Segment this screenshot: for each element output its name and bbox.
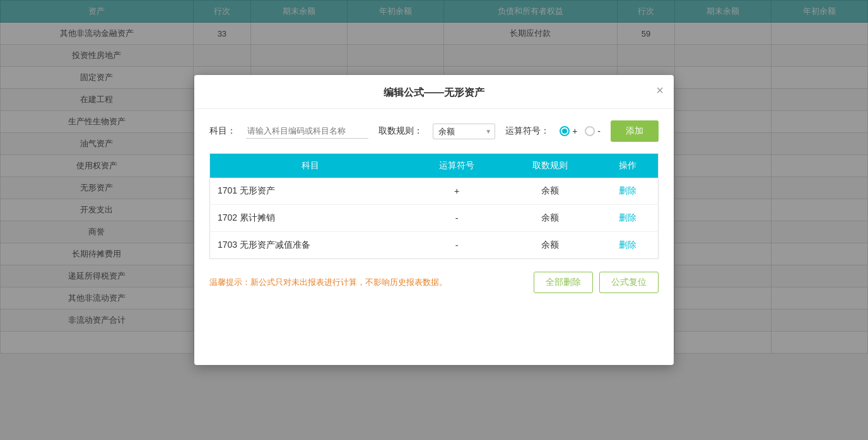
formula-operator-cell: - <box>410 232 503 259</box>
formula-operator-cell: - <box>410 205 503 232</box>
formula-action-cell: 删除 <box>597 178 658 205</box>
reset-formula-button[interactable]: 公式复位 <box>599 272 659 293</box>
formula-table-wrap: 科目 运算符号 取数规则 操作 1701 无形资产+余额删除1702 累计摊销-… <box>194 153 674 259</box>
formula-rule-cell: 余额 <box>503 232 597 259</box>
add-button[interactable]: 添加 <box>611 120 659 142</box>
operator-minus-item[interactable]: - <box>585 126 601 136</box>
rule-label: 取数规则： <box>378 125 423 137</box>
rule-select-wrap[interactable]: 余额 借方 贷方 借方发生额 贷方发生额 <box>433 124 495 139</box>
modal-dialog: 编辑公式——无形资产 × 科目： 取数规则： 余额 借方 贷方 借方发生额 贷方… <box>194 75 674 365</box>
formula-form: 科目： 取数规则： 余额 借方 贷方 借方发生额 贷方发生额 运算符号： + <box>194 109 674 153</box>
modal-header: 编辑公式——无形资产 × <box>194 75 674 109</box>
formula-rule-cell: 余额 <box>503 178 597 205</box>
col-operator: 运算符号 <box>410 154 503 178</box>
operator-radio-group: + - <box>560 126 601 136</box>
formula-subject-cell: 1703 无形资产减值准备 <box>210 232 411 259</box>
formula-action-cell: 删除 <box>597 232 658 259</box>
formula-table-row: 1703 无形资产减值准备-余额删除 <box>210 232 659 259</box>
formula-rule-cell: 余额 <box>503 205 597 232</box>
col-action: 操作 <box>597 154 658 178</box>
rule-select[interactable]: 余额 借方 贷方 借方发生额 贷方发生额 <box>433 124 495 139</box>
formula-table-row: 1701 无形资产+余额删除 <box>210 178 659 205</box>
formula-table-row: 1702 累计摊销-余额删除 <box>210 205 659 232</box>
formula-table: 科目 运算符号 取数规则 操作 1701 无形资产+余额删除1702 累计摊销-… <box>209 153 659 259</box>
operator-minus-label: - <box>597 126 601 136</box>
operator-plus-item[interactable]: + <box>560 126 577 136</box>
subject-label: 科目： <box>209 125 236 137</box>
operator-plus-label: + <box>572 126 577 136</box>
operator-plus-radio[interactable] <box>560 126 570 136</box>
delete-row-link[interactable]: 删除 <box>619 240 636 250</box>
subject-input[interactable] <box>246 124 368 139</box>
formula-action-cell: 删除 <box>597 205 658 232</box>
delete-row-link[interactable]: 删除 <box>619 212 636 223</box>
footer-buttons: 全部删除 公式复位 <box>534 272 659 293</box>
close-button[interactable]: × <box>656 84 664 96</box>
modal-title: 编辑公式——无形资产 <box>384 87 484 98</box>
operator-minus-radio[interactable] <box>585 126 595 136</box>
hint-text: 温馨提示：新公式只对未出报表进行计算，不影响历史报表数据。 <box>209 277 447 288</box>
delete-all-button[interactable]: 全部删除 <box>534 272 593 293</box>
col-subject: 科目 <box>210 154 411 178</box>
formula-subject-cell: 1702 累计摊销 <box>210 205 411 232</box>
delete-row-link[interactable]: 删除 <box>619 185 636 195</box>
modal-footer: 温馨提示：新公式只对未出报表进行计算，不影响历史报表数据。 全部删除 公式复位 <box>194 259 674 304</box>
col-rule: 取数规则 <box>503 154 597 178</box>
formula-operator-cell: + <box>410 178 503 205</box>
operator-label: 运算符号： <box>505 125 549 137</box>
modal-overlay: 编辑公式——无形资产 × 科目： 取数规则： 余额 借方 贷方 借方发生额 贷方… <box>0 0 868 440</box>
formula-subject-cell: 1701 无形资产 <box>210 178 411 205</box>
